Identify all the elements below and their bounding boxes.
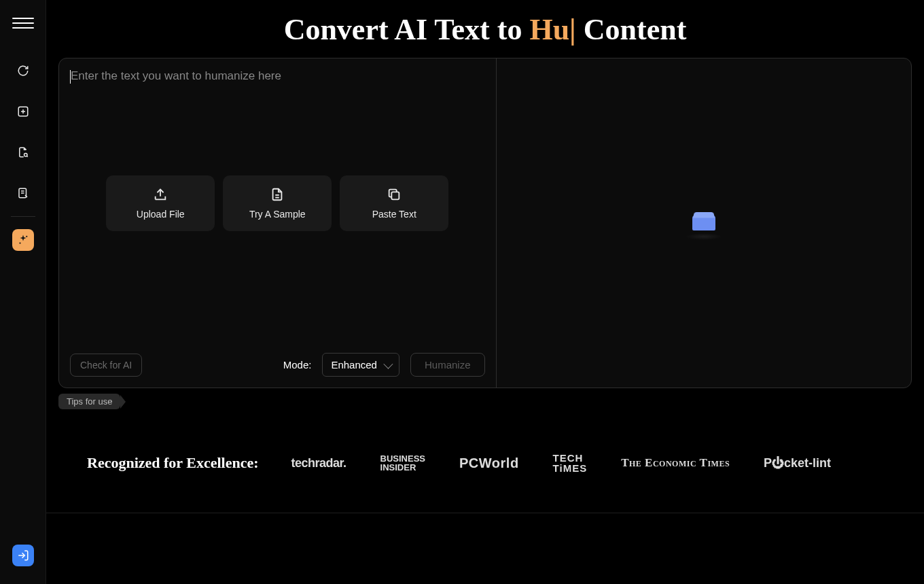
partner-logos: techradar. BUSINESS INSIDER PCWorld TECH… <box>291 453 832 473</box>
try-sample-button[interactable]: Try A Sample <box>223 175 332 231</box>
mode-select[interactable]: Enhanced <box>322 353 399 377</box>
chevron-down-icon <box>383 359 393 368</box>
input-pane: Enter the text you want to humanize here… <box>59 58 497 388</box>
upload-icon <box>153 187 168 202</box>
logo-techradar: techradar. <box>291 456 346 470</box>
workspace: Enter the text you want to humanize here… <box>58 58 912 388</box>
document-search-icon <box>17 146 29 158</box>
footer-divider <box>46 513 924 513</box>
hamburger-menu-button[interactable] <box>12 12 34 34</box>
svg-point-7 <box>19 242 20 243</box>
sidebar-bottom <box>12 545 34 566</box>
empty-state-icon <box>683 209 724 237</box>
output-pane <box>497 58 912 388</box>
svg-line-4 <box>26 156 27 157</box>
nav-divider <box>11 216 35 217</box>
recognition-title: Recognized for Excellence: <box>87 454 259 472</box>
sample-label: Try A Sample <box>249 209 306 220</box>
logo-techtimes: TECH TiMES <box>553 453 588 473</box>
paste-label: Paste Text <box>372 209 416 220</box>
document-icon <box>270 187 285 202</box>
nav-sparkle-active[interactable] <box>12 229 34 251</box>
title-suffix: Content <box>576 13 687 46</box>
svg-point-6 <box>26 236 27 237</box>
title-accent: Hu <box>529 13 569 46</box>
logo-pcworld: PCWorld <box>459 456 519 471</box>
mode-value: Enhanced <box>331 359 377 371</box>
action-card-row: Upload File Try A Sample Paste Text <box>106 175 448 231</box>
logo-pocketlint: P⏻cket-lint <box>764 456 831 470</box>
title-prefix: Convert AI Text to <box>284 13 530 46</box>
svg-point-3 <box>24 154 27 157</box>
page-title: Convert AI Text to Hu| Content <box>46 12 924 47</box>
plus-square-icon <box>17 105 29 118</box>
nav-plus[interactable] <box>12 101 34 122</box>
main-content: Convert AI Text to Hu| Content Enter the… <box>46 0 924 584</box>
paste-text-button[interactable]: Paste Text <box>340 175 448 231</box>
refresh-icon <box>17 65 29 77</box>
tips-badge[interactable]: Tips for use <box>58 394 120 409</box>
upload-label: Upload File <box>137 209 185 220</box>
login-button[interactable] <box>12 545 34 566</box>
logo-economic-times: The Economic Times <box>621 456 730 470</box>
copy-icon <box>387 187 402 202</box>
svg-rect-11 <box>392 192 399 199</box>
title-cursor: | <box>569 13 576 46</box>
nav-icons-group <box>12 60 34 204</box>
nav-edit-doc[interactable] <box>12 182 34 204</box>
nav-doc-search[interactable] <box>12 141 34 163</box>
text-input-area[interactable]: Enter the text you want to humanize here <box>70 69 485 84</box>
upload-file-button[interactable]: Upload File <box>106 175 215 231</box>
logo-business-insider: BUSINESS INSIDER <box>380 454 425 472</box>
sparkle-icon <box>17 234 29 246</box>
sidebar <box>0 0 46 584</box>
recognition-section: Recognized for Excellence: techradar. BU… <box>46 453 924 473</box>
humanize-button[interactable]: Humanize <box>410 353 485 377</box>
mode-label: Mode: <box>283 359 312 371</box>
login-icon <box>17 549 29 562</box>
input-placeholder: Enter the text you want to humanize here <box>71 69 281 82</box>
edit-document-icon <box>17 187 29 199</box>
nav-refresh[interactable] <box>12 60 34 82</box>
check-for-ai-button[interactable]: Check for AI <box>70 354 142 377</box>
input-bottom-bar: Check for AI Mode: Enhanced Humanize <box>70 353 485 377</box>
